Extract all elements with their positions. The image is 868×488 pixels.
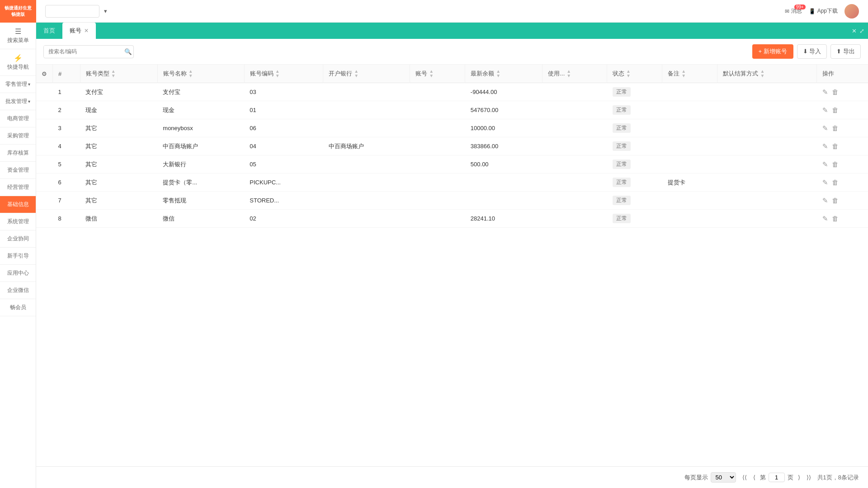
topbar-avatar[interactable]	[844, 4, 859, 19]
sidebar-item-search-menu[interactable]: ☰ 搜索菜单	[0, 23, 36, 49]
next-page-button[interactable]: ⟩	[796, 473, 802, 482]
cell-code: 04	[244, 137, 323, 155]
cell-bank: 中百商场账户	[323, 137, 410, 155]
col-gear: ⚙	[36, 65, 53, 83]
cell-bank	[323, 83, 410, 101]
cell-balance: 383866.00	[465, 137, 542, 155]
cell-name: 零售抵现	[157, 192, 244, 210]
sort-remark-icon[interactable]: ▲▼	[681, 69, 686, 78]
sidebar-item-member[interactable]: 畅会员	[0, 299, 36, 316]
status-badge: 正常	[613, 160, 631, 169]
cell-no: 8	[53, 210, 80, 228]
sidebar-item-inventory-check[interactable]: 库存核算	[0, 145, 36, 162]
cell-no: 3	[53, 119, 80, 137]
topbar-msg-btn[interactable]: ✉ 消息 99+	[785, 7, 802, 15]
sort-balance-icon[interactable]: ▲▼	[496, 69, 500, 78]
cell-usage	[542, 119, 607, 137]
sort-bank-icon[interactable]: ▲▼	[354, 69, 359, 78]
app-logo: 畅捷通好生意畅捷版	[0, 0, 36, 23]
delete-button[interactable]: 🗑	[832, 160, 839, 169]
cell-remark	[662, 101, 717, 119]
tab-close-icon[interactable]: ✕	[84, 28, 89, 34]
sort-name-icon[interactable]: ▲▼	[189, 69, 193, 78]
delete-button[interactable]: 🗑	[832, 106, 839, 114]
sort-settlement-icon[interactable]: ▲▼	[760, 69, 764, 78]
edit-button[interactable]: ✎	[822, 88, 828, 96]
cell-code: 02	[244, 210, 323, 228]
cell-name: 现金	[157, 101, 244, 119]
delete-button[interactable]: 🗑	[832, 215, 839, 223]
prev-page-button[interactable]: ⟨	[751, 473, 757, 482]
cell-code: 03	[244, 83, 323, 101]
sidebar-item-enterprise-agreement[interactable]: 企业协同	[0, 230, 36, 248]
pagesize-select[interactable]: 50 20 100	[711, 472, 736, 483]
page-number-input[interactable]	[769, 473, 785, 482]
sidebar-item-app-center[interactable]: 应用中心	[0, 265, 36, 282]
delete-button[interactable]: 🗑	[832, 197, 839, 205]
sidebar-item-purchase-mgmt[interactable]: 采购管理	[0, 127, 36, 145]
sort-code-icon[interactable]: ▲▼	[275, 69, 280, 78]
cell-gear	[36, 174, 53, 192]
edit-button[interactable]: ✎	[822, 160, 828, 169]
action-buttons: ✎ 🗑	[822, 197, 863, 205]
cell-settlement	[717, 155, 817, 174]
minimize-icon[interactable]: ✕	[852, 28, 857, 34]
search-button[interactable]: 🔍	[121, 46, 134, 58]
topbar-search-input[interactable]	[45, 5, 99, 18]
sidebar-item-basic-info[interactable]: 基础信息	[0, 196, 36, 213]
cell-gear	[36, 137, 53, 155]
sidebar-item-newcomer-guide[interactable]: 新手引导	[0, 248, 36, 265]
cell-action: ✎ 🗑	[817, 192, 868, 210]
settings-icon[interactable]: ⚙	[42, 70, 47, 77]
delete-button[interactable]: 🗑	[832, 88, 839, 96]
cell-remark	[662, 210, 717, 228]
cell-settlement	[717, 210, 817, 228]
sort-account-icon[interactable]: ▲▼	[429, 69, 434, 78]
sidebar-item-ecommerce-mgmt[interactable]: 电商管理	[0, 110, 36, 127]
action-buttons: ✎ 🗑	[822, 160, 863, 169]
expand-icon[interactable]: ⤢	[859, 28, 864, 34]
sidebar-item-retail-mgmt[interactable]: 零售管理 ▾	[0, 76, 36, 93]
cell-bank	[323, 101, 410, 119]
sidebar-item-quick-nav[interactable]: ⚡ 快捷导航	[0, 49, 36, 76]
sidebar-item-wholesale-mgmt[interactable]: 批发管理 ▾	[0, 93, 36, 110]
first-page-button[interactable]: ⟨⟨	[741, 473, 749, 482]
edit-button[interactable]: ✎	[822, 106, 828, 114]
cell-code: STORED...	[244, 192, 323, 210]
import-button[interactable]: ⬇ 导入	[797, 44, 827, 59]
sort-usage-icon[interactable]: ▲▼	[566, 69, 571, 78]
topbar-app-download[interactable]: 📱 App下载	[809, 7, 838, 15]
cell-settlement	[717, 192, 817, 210]
cell-balance	[465, 174, 542, 192]
sort-status-icon[interactable]: ▲▼	[626, 69, 631, 78]
cell-balance: 500.00	[465, 155, 542, 174]
tab-account[interactable]: 账号 ✕	[62, 23, 96, 39]
sidebar-item-operation-mgmt[interactable]: 经营管理	[0, 179, 36, 196]
sidebar-item-enterprise-wechat[interactable]: 企业微信	[0, 282, 36, 299]
cell-no: 5	[53, 155, 80, 174]
delete-button[interactable]: 🗑	[832, 142, 839, 150]
cell-action: ✎ 🗑	[817, 101, 868, 119]
cell-action: ✎ 🗑	[817, 137, 868, 155]
delete-button[interactable]: 🗑	[832, 124, 839, 132]
sidebar-item-capital-mgmt[interactable]: 资金管理	[0, 162, 36, 179]
edit-button[interactable]: ✎	[822, 142, 828, 150]
action-buttons: ✎ 🗑	[822, 124, 863, 132]
sort-type-icon[interactable]: ▲▼	[111, 69, 116, 78]
status-badge: 正常	[613, 141, 631, 151]
status-badge: 正常	[613, 105, 631, 115]
cell-account	[410, 83, 465, 101]
export-button[interactable]: ⬆ 导出	[830, 44, 861, 59]
edit-button[interactable]: ✎	[822, 124, 828, 132]
edit-button[interactable]: ✎	[822, 178, 828, 187]
edit-button[interactable]: ✎	[822, 215, 828, 223]
topbar-dropdown-icon[interactable]: ▾	[104, 8, 107, 14]
last-page-button[interactable]: ⟩⟩	[805, 473, 813, 482]
sidebar-item-system-mgmt[interactable]: 系统管理	[0, 213, 36, 230]
account-search-input[interactable]	[44, 46, 121, 57]
tab-home[interactable]: 首页	[36, 23, 62, 39]
add-account-button[interactable]: + 新增账号	[752, 44, 793, 59]
cell-account	[410, 174, 465, 192]
edit-button[interactable]: ✎	[822, 197, 828, 205]
delete-button[interactable]: 🗑	[832, 178, 839, 187]
